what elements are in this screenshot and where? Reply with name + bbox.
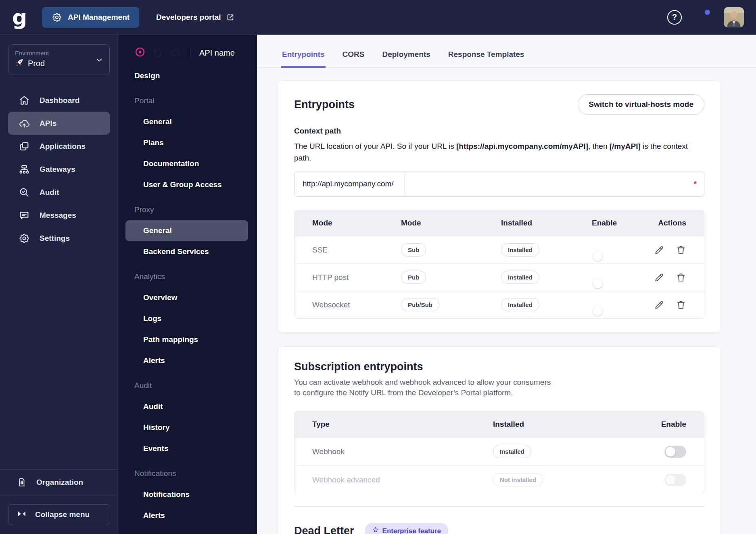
description-text: The URL location of your API. So if your… — [294, 142, 456, 150]
sidebar-item-label: Settings — [40, 234, 70, 243]
sidebar-item-label: APIs — [40, 119, 56, 128]
sidebar-item-dashboard[interactable]: Dashboard — [8, 89, 110, 112]
sidebar-item-messages[interactable]: Messages — [8, 204, 110, 227]
subscription-table: Type Installed Enable Webhook Installed … — [294, 411, 704, 494]
mode-chip: Pub/Sub — [401, 298, 439, 311]
description-text: , then — [588, 142, 610, 150]
tab-deployments[interactable]: Deployments — [381, 48, 431, 68]
context-path-description: The URL location of your API. So if your… — [294, 140, 704, 164]
api-menu-analytics-overview[interactable]: Overview — [134, 287, 249, 308]
api-menu-portal-user-group-access[interactable]: User & Group Access — [134, 174, 249, 195]
delete-icon[interactable] — [676, 300, 686, 310]
notifications-bell[interactable] — [696, 10, 709, 24]
context-path-label: Context path — [294, 127, 704, 136]
collapse-icon — [17, 510, 26, 520]
stop-record-icon[interactable] — [134, 46, 146, 59]
sidebar-item-apis[interactable]: APIs — [8, 112, 110, 135]
environment-value: Prod — [28, 59, 45, 68]
subscription-description: You can activate webhook and webhook adv… — [294, 377, 704, 398]
collapse-menu-label: Collapse menu — [35, 510, 90, 519]
edit-icon[interactable] — [654, 245, 664, 255]
api-menu-notifications-notifications[interactable]: Notifications — [134, 484, 249, 505]
top-bar: g API Management Developers portal — [0, 0, 756, 35]
subscription-type: Webhook — [312, 447, 493, 456]
tab-entrypoints[interactable]: Entrypoints — [281, 48, 326, 68]
description-url: [https://api.mycompany.com/myAPI] — [456, 142, 588, 150]
api-menu-analytics-logs[interactable]: Logs — [134, 308, 249, 329]
developers-portal-link[interactable]: Developers portal — [156, 13, 235, 22]
app-root: g API Management Developers portal Envir… — [0, 0, 756, 534]
enterprise-feature-badge: Enterprise feature — [365, 523, 449, 534]
api-menu-portal-documentation[interactable]: Documentation — [134, 153, 249, 174]
tab-response-templates[interactable]: Response Templates — [447, 48, 525, 68]
not-installed-chip: Not installed — [493, 473, 543, 486]
cloud-icon[interactable] — [170, 47, 181, 58]
star-icon — [372, 526, 379, 534]
developers-portal-label: Developers portal — [156, 13, 221, 22]
sidebar-item-label: Messages — [40, 211, 76, 220]
api-sidebar: API name Design Portal General Plans Doc… — [118, 35, 257, 534]
help-icon[interactable] — [667, 10, 682, 25]
network-icon — [19, 164, 30, 175]
enable-toggle[interactable] — [664, 446, 686, 458]
delete-icon[interactable] — [676, 272, 686, 283]
subscription-title: Subscription entrypoints — [294, 361, 704, 373]
col-header-installed: Installed — [493, 420, 661, 429]
collapse-menu-button[interactable]: Collapse menu — [8, 504, 110, 525]
api-management-button[interactable]: API Management — [42, 7, 139, 28]
notification-badge — [705, 10, 710, 15]
sidebar-item-applications[interactable]: Applications — [8, 135, 110, 158]
gear-icon — [19, 233, 30, 244]
installed-chip: Installed — [501, 243, 539, 257]
gear-icon — [52, 12, 62, 23]
col-header-enable: Enable — [661, 420, 686, 429]
api-menu-audit-history[interactable]: History — [134, 417, 249, 438]
api-menu-analytics-alerts[interactable]: Alerts — [134, 350, 249, 371]
api-menu-proxy-general[interactable]: General — [125, 220, 248, 241]
delete-icon[interactable] — [676, 245, 686, 255]
environment-select[interactable]: Environment Prod — [8, 44, 110, 75]
api-menu-design[interactable]: Design — [134, 65, 249, 86]
api-menu-notifications-alerts[interactable]: Alerts — [134, 505, 249, 526]
divider — [190, 47, 190, 59]
mode-chip: Pub — [401, 271, 426, 284]
edit-icon[interactable] — [654, 272, 664, 283]
api-header: API name — [134, 47, 249, 59]
edit-icon[interactable] — [654, 300, 664, 310]
table-row: HTTP post Pub Installed — [294, 263, 704, 291]
context-path-input-group: http://api.mycompany.com/ * — [294, 171, 704, 197]
context-path-input[interactable] — [405, 171, 694, 196]
sidebar-item-audit[interactable]: Audit — [8, 181, 110, 204]
external-link-icon — [226, 13, 235, 22]
installed-chip: Installed — [501, 271, 539, 284]
sidebar-item-settings[interactable]: Settings — [8, 227, 110, 250]
api-menu-analytics-path-mappings[interactable]: Path mappings — [134, 329, 249, 350]
sidebar-item-gateways[interactable]: Gateways — [8, 158, 110, 181]
sidebar-bottom: Organization Collapse menu — [0, 469, 118, 534]
table-row: Webhook advanced Not installed — [294, 465, 704, 494]
installed-chip: Installed — [493, 445, 531, 458]
environment-label: Environment — [15, 50, 103, 56]
installed-chip: Installed — [501, 298, 539, 311]
user-avatar[interactable] — [724, 7, 744, 27]
tab-cors[interactable]: CORS — [342, 48, 365, 68]
sidebar-nav: Dashboard APIs Applications Gateways Aud… — [0, 89, 118, 250]
subscription-card: Subscription entrypoints You can activat… — [278, 346, 721, 534]
sync-icon[interactable] — [152, 47, 163, 58]
sidebar-item-label: Audit — [40, 188, 59, 197]
api-menu-portal-general[interactable]: General — [134, 111, 249, 132]
content-area: Entrypoints Switch to virtual-hosts mode… — [257, 68, 756, 534]
api-menu-portal-plans[interactable]: Plans — [134, 132, 249, 153]
sidebar-item-label: Gateways — [40, 165, 75, 174]
switch-virtual-hosts-button[interactable]: Switch to virtual-hosts mode — [578, 94, 704, 115]
api-menu-section-audit: Audit — [134, 375, 249, 396]
tab-bar: Entrypoints CORS Deployments Response Te… — [257, 48, 756, 68]
api-menu-audit-audit[interactable]: Audit — [134, 396, 249, 417]
organization-item[interactable]: Organization — [0, 469, 118, 495]
dead-letter-header: Dead Letter Enterprise feature — [294, 523, 704, 534]
api-menu-proxy-backend-services[interactable]: Backend Services — [134, 241, 249, 262]
col-header-enable: Enable — [592, 219, 658, 227]
mode-chip: Sub — [401, 243, 426, 257]
gravitee-logo[interactable]: g — [12, 9, 31, 25]
api-menu-audit-events[interactable]: Events — [134, 438, 249, 459]
